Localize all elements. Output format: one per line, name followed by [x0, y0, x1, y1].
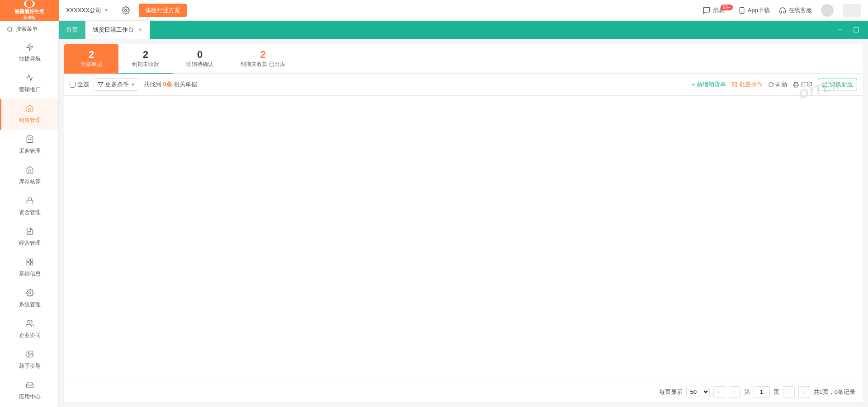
sales-icon — [26, 104, 34, 115]
sidebar-item-app-center[interactable]: 应用中心 — [0, 375, 58, 406]
print-button[interactable]: 打印 — [793, 80, 812, 89]
refresh-button[interactable]: 刷新 — [768, 80, 788, 89]
svg-rect-22 — [735, 83, 737, 84]
found-prefix: 共找到 — [144, 81, 161, 88]
sidebar-item-base-info[interactable]: 基础信息 — [0, 253, 58, 283]
stat-tab-all[interactable]: 2 全部单据 — [64, 44, 118, 74]
print-label: 打印 — [801, 80, 812, 89]
sidebar-item-guide[interactable]: 新手引导 — [0, 345, 58, 375]
stat-pending-num: 0 — [197, 49, 203, 61]
tab-workbench[interactable]: 钱货日清工作台 ✕ — [85, 21, 150, 39]
stat-outstock-label: 到期未收款 已出库 — [241, 61, 285, 68]
app-download-button[interactable]: App下载 — [738, 6, 770, 14]
stat-overdue-num: 2 — [143, 49, 148, 61]
tab-close-icon[interactable]: ✕ — [138, 27, 142, 33]
stat-all-num: 2 — [89, 49, 94, 61]
select-all-label: 全选 — [77, 80, 89, 89]
toolbar-left: 全选 更多条件 ▼ 共找到 0条 相关单据 — [70, 78, 686, 91]
message-button[interactable]: 消息 99+ — [703, 6, 729, 14]
stat-outstock-num: 2 — [260, 49, 266, 61]
sidebar-item-sys-mgmt[interactable]: 系统管理 — [0, 283, 58, 314]
avatar[interactable] — [821, 4, 834, 17]
app-download-label: App下载 — [748, 6, 770, 14]
trial-button[interactable]: 体验行业方案 — [139, 4, 187, 17]
tab-home-label: 首页 — [66, 26, 78, 34]
marketing-icon — [26, 74, 34, 84]
svg-marker-20 — [98, 83, 103, 87]
pagination-bar: 每页显示 50 100 200 第 页 — [64, 382, 863, 402]
filter-label: 更多条件 — [105, 80, 129, 89]
message-badge: 99+ — [721, 5, 733, 10]
found-text: 共找到 0条 相关单据 — [144, 80, 197, 89]
sidebar: 搜索菜单 快捷导航 营销推广 — [0, 21, 59, 407]
chevron-down-icon: ▼ — [104, 8, 108, 13]
company-name: XXXXXX公司 — [66, 6, 101, 14]
batch-ops-button[interactable]: 批量操作 — [731, 80, 763, 89]
avatar2[interactable] — [843, 4, 861, 17]
tab-minimize-button[interactable] — [834, 23, 846, 36]
toolbar: 全选 更多条件 ▼ 共找到 0条 相关单据 — [64, 74, 863, 96]
sidebar-item-finance-label: 资金管理 — [19, 209, 41, 216]
header-left: 畅捷通好生意 标准版 XXXXXX公司 ▼ 体验行业方案 — [0, 0, 187, 20]
sidebar-item-finance[interactable]: 资金管理 — [0, 191, 58, 222]
page-label: 第 — [744, 388, 750, 396]
settings-button[interactable] — [116, 0, 135, 21]
tab-bar: 首页 钱货日清工作台 ✕ — [59, 21, 868, 39]
stat-overdue-label: 到期未收款 — [132, 61, 159, 68]
svg-rect-23 — [735, 85, 737, 87]
search-menu-label: 搜索菜单 — [16, 25, 38, 33]
base-info-icon — [26, 258, 34, 268]
online-service-button[interactable]: 在线客服 — [779, 6, 812, 14]
sidebar-item-marketing-label: 营销推广 — [19, 86, 41, 94]
sidebar-item-sales[interactable]: 销售管理 — [0, 99, 58, 130]
logo-icon-inner — [26, 0, 33, 7]
sys-mgmt-icon — [26, 289, 34, 299]
sidebar-item-base-info-label: 基础信息 — [19, 270, 41, 278]
per-page-select[interactable]: 50 100 200 — [686, 387, 710, 397]
select-all-checkbox[interactable]: 全选 — [70, 80, 89, 89]
add-sales-order-button[interactable]: + 新增销货单 — [691, 80, 726, 89]
svg-rect-11 — [31, 259, 33, 261]
header-right: 消息 99+ App下载 在线客服 — [703, 0, 868, 21]
app-name: 畅捷通好生意 — [14, 9, 44, 14]
switch-label: 切换新版 — [830, 80, 853, 89]
svg-rect-19 — [854, 28, 859, 33]
enterprise-icon — [26, 319, 34, 330]
sidebar-item-quick-nav[interactable]: 快捷导航 — [0, 37, 58, 68]
operations-icon — [26, 227, 34, 238]
sidebar-item-operations[interactable]: 经营管理 — [0, 222, 58, 253]
top-header: 畅捷通好生意 标准版 XXXXXX公司 ▼ 体验行业方案 消息 99+ — [0, 0, 868, 21]
first-page-button[interactable] — [713, 386, 725, 398]
stat-tab-overdue[interactable]: 2 到期未收款 — [118, 44, 173, 74]
page-suffix: 页 — [774, 388, 779, 396]
sidebar-item-purchase[interactable]: 采购管理 — [0, 130, 58, 160]
logo-icon — [24, 0, 35, 8]
tab-maximize-button[interactable] — [850, 23, 863, 36]
sidebar-item-marketing[interactable]: 营销推广 — [0, 68, 58, 99]
stat-tab-outstock[interactable]: 2 到期未收款 已出库 — [227, 44, 299, 74]
company-selector[interactable]: XXXXXX公司 ▼ — [59, 0, 116, 21]
search-menu-button[interactable]: 搜索菜单 — [0, 21, 58, 37]
next-page-button[interactable] — [783, 386, 795, 398]
svg-point-0 — [125, 9, 127, 11]
prev-page-button[interactable] — [729, 386, 741, 398]
last-page-button[interactable] — [798, 386, 810, 398]
sidebar-item-quick-nav-label: 快捷导航 — [19, 55, 41, 63]
svg-rect-7 — [27, 200, 33, 204]
select-all-input[interactable] — [70, 82, 75, 88]
table-area — [64, 96, 863, 382]
sidebar-item-enterprise[interactable]: 企业协同 — [0, 314, 58, 345]
sidebar-item-sys-mgmt-label: 系统管理 — [19, 301, 41, 309]
sidebar-item-enterprise-label: 企业协同 — [19, 332, 41, 339]
svg-point-3 — [8, 27, 12, 31]
tab-home[interactable]: 首页 — [59, 21, 85, 39]
filter-button[interactable]: 更多条件 ▼ — [94, 78, 139, 91]
switch-version-button[interactable]: 切换新版 — [818, 79, 857, 90]
inventory-icon — [26, 166, 34, 176]
app-version: 标准版 — [24, 15, 36, 21]
svg-rect-13 — [27, 263, 29, 265]
page-number-input[interactable] — [754, 386, 770, 398]
stat-pending-label: 旺辅待确认 — [186, 61, 213, 68]
stat-tab-pending[interactable]: 0 旺辅待确认 — [173, 44, 227, 74]
sidebar-item-inventory[interactable]: 库存核算 — [0, 160, 58, 191]
